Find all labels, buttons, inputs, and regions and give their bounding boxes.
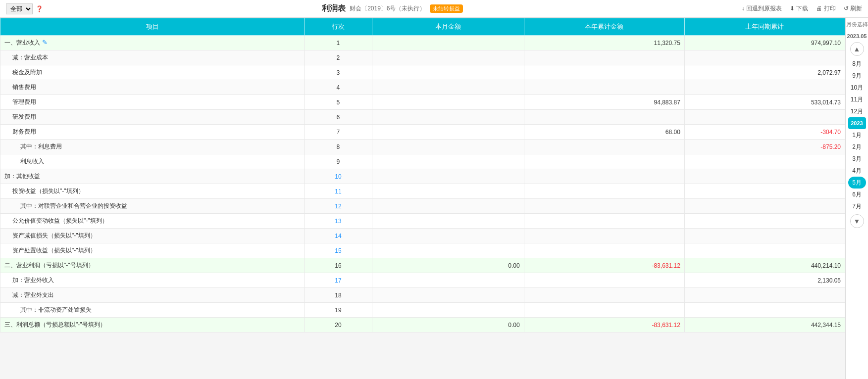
col-header-year: 本年累计金额 [524, 18, 684, 36]
prev-amount-cell: 2,072.97 [684, 65, 845, 80]
sidebar-month-item[interactable]: 10月 [848, 82, 866, 94]
table-row: 税金及附加32,072.97 [0, 65, 845, 80]
month-amount-cell [372, 154, 524, 169]
table-row: 资产减值损失（损失以"-"填列）14 [0, 229, 845, 243]
year-amount-cell [524, 214, 684, 229]
row-number-cell[interactable]: 10 [305, 169, 372, 184]
page-title: 利润表 [322, 3, 346, 14]
month-amount-cell [372, 199, 524, 214]
item-cell: 销售费用 [0, 80, 305, 95]
edit-icon[interactable]: ✎ [42, 39, 48, 46]
year-amount-cell [524, 303, 684, 318]
year-amount-cell [524, 50, 684, 65]
item-cell: 一、营业收入✎ [0, 36, 305, 50]
month-amount-cell [372, 273, 524, 288]
sidebar-month-item[interactable]: 5月 [848, 177, 866, 189]
table-row: 其中：对联营企业和合营企业的投资收益12 [0, 199, 845, 214]
sidebar-title: 月份选择 [846, 21, 868, 28]
item-cell: 其中：利息费用 [0, 140, 305, 154]
table-row: 资产处置收益（损失以"-"填列）15 [0, 243, 845, 258]
row-number-cell[interactable]: 15 [305, 243, 372, 258]
sidebar-month-item[interactable]: 9月 [848, 70, 866, 82]
row-number-cell: 20 [305, 318, 372, 332]
table-row: 利息收入9 [0, 154, 845, 169]
table-row: 管理费用594,883.87533,014.73 [0, 95, 845, 110]
row-number-cell[interactable]: 13 [305, 214, 372, 229]
scroll-up-arrow[interactable]: ▲ [850, 42, 864, 56]
prev-amount-cell [684, 303, 845, 318]
back-button[interactable]: ↓ 回退到原报表 [742, 4, 782, 13]
item-cell: 税金及附加 [0, 65, 305, 80]
month-amount-cell [372, 140, 524, 154]
item-cell: 利息收入 [0, 154, 305, 169]
sidebar-month-item[interactable]: 2023 [848, 117, 866, 129]
month-amount-cell [372, 36, 524, 50]
sidebar-month-item[interactable]: 4月 [848, 165, 866, 177]
sidebar-month-item[interactable]: 11月 [848, 94, 866, 105]
table-row: 减：营业成本2 [0, 50, 845, 65]
item-cell: 减：营业成本 [0, 50, 305, 65]
item-cell: 资产减值损失（损失以"-"填列） [0, 229, 305, 243]
month-amount-cell [372, 229, 524, 243]
year-amount-cell [524, 229, 684, 243]
help-icon[interactable]: ❓ [36, 5, 43, 12]
month-amount-cell [372, 65, 524, 80]
item-cell: 其中：对联营企业和合营企业的投资收益 [0, 199, 305, 214]
month-amount-cell [372, 303, 524, 318]
prev-amount-cell: -304.70 [684, 125, 845, 140]
row-number-cell[interactable]: 17 [305, 273, 372, 288]
col-header-row: 行次 [305, 18, 372, 36]
top-bar-center: 利润表 财会〔2019〕6号（未执行） 未结转损益 [322, 3, 462, 14]
prev-amount-cell: 974,997.10 [684, 36, 845, 50]
prev-amount-cell [684, 214, 845, 229]
row-number-cell: 1 [305, 36, 372, 50]
row-number-cell[interactable]: 14 [305, 229, 372, 243]
sidebar-month-item[interactable]: 3月 [848, 153, 866, 165]
sidebar-year: 2023.05 [847, 33, 867, 39]
row-number-cell: 4 [305, 80, 372, 95]
table-row: 二、营业利润（亏损以"-"号填列）160.00-83,631.12440,214… [0, 258, 845, 273]
download-button[interactable]: ⬇ 下载 [790, 4, 808, 13]
table-row: 销售费用4 [0, 80, 845, 95]
year-amount-cell [524, 184, 684, 199]
item-cell: 其中：非流动资产处置损失 [0, 303, 305, 318]
col-header-prev: 上年同期累计 [684, 18, 845, 36]
item-cell: 管理费用 [0, 95, 305, 110]
item-cell: 研发费用 [0, 110, 305, 125]
month-amount-cell [372, 95, 524, 110]
row-number-cell: 9 [305, 154, 372, 169]
month-amount-cell [372, 169, 524, 184]
row-number-cell: 6 [305, 110, 372, 125]
table-row: 其中：利息费用8-875.20 [0, 140, 845, 154]
month-amount-cell [372, 125, 524, 140]
sidebar-month-item[interactable]: 6月 [848, 189, 866, 200]
print-button[interactable]: 🖨 打印 [816, 4, 835, 13]
prev-amount-cell [684, 50, 845, 65]
item-cell: 财务费用 [0, 125, 305, 140]
year-amount-cell [524, 110, 684, 125]
sidebar-month-item[interactable]: 8月 [848, 58, 866, 70]
table-row: 公允价值变动收益（损失以"-"填列）13 [0, 214, 845, 229]
row-number-cell[interactable]: 11 [305, 184, 372, 199]
month-amount-cell [372, 288, 524, 303]
prev-amount-cell [684, 110, 845, 125]
item-cell: 三、利润总额（亏损总额以"-"号填列） [0, 318, 305, 332]
scope-dropdown[interactable]: 全部 [6, 3, 33, 14]
prev-amount-cell: 440,214.10 [684, 258, 845, 273]
year-amount-cell [524, 288, 684, 303]
year-amount-cell [524, 169, 684, 184]
table-row: 投资收益（损失以"-"填列）11 [0, 184, 845, 199]
sidebar-month-item[interactable]: 12月 [848, 105, 866, 117]
status-badge: 未结转损益 [430, 4, 463, 13]
month-amount-cell: 0.00 [372, 318, 524, 332]
sidebar-month-item[interactable]: 1月 [848, 129, 866, 141]
row-number-cell: 5 [305, 95, 372, 110]
sidebar-month-item[interactable]: 7月 [848, 200, 866, 212]
scroll-down-arrow[interactable]: ▼ [850, 214, 864, 228]
sidebar-month-item[interactable]: 2月 [848, 141, 866, 153]
refresh-button[interactable]: ↺ 刷新 [844, 4, 862, 13]
row-number-cell: 8 [305, 140, 372, 154]
row-number-cell[interactable]: 12 [305, 199, 372, 214]
month-amount-cell [372, 214, 524, 229]
table-row: 其中：非流动资产处置损失19 [0, 303, 845, 318]
